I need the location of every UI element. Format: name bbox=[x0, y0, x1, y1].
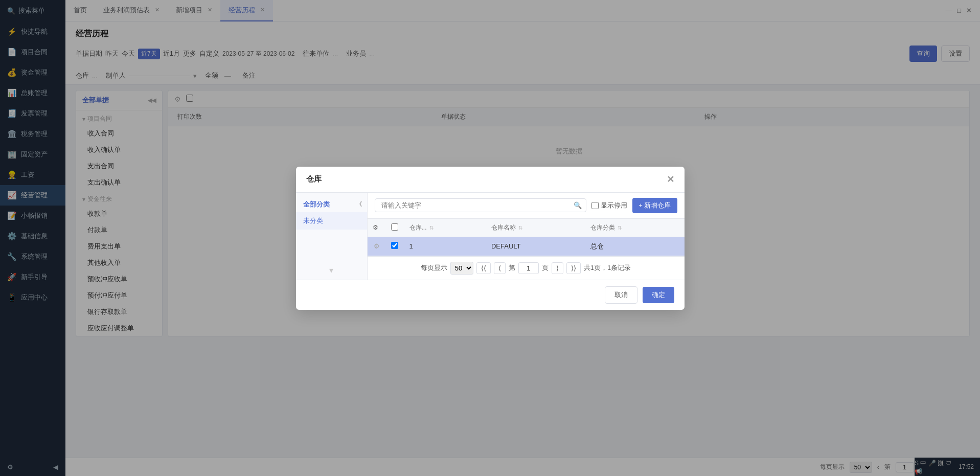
page-number-input[interactable] bbox=[518, 262, 539, 274]
next-page-btn[interactable]: ⟩ bbox=[552, 262, 563, 274]
th-check[interactable] bbox=[386, 219, 404, 237]
per-page-label: 每页显示 bbox=[421, 263, 447, 273]
row-checkbox-0[interactable] bbox=[386, 237, 404, 256]
page-suffix: 页 bbox=[542, 263, 549, 273]
warehouse-table: ⚙ 仓库... ⇅ 仓库名称 ⇅ bbox=[368, 219, 685, 256]
warehouse-table-head: ⚙ 仓库... ⇅ 仓库名称 ⇅ bbox=[368, 219, 685, 237]
uncategorized-label: 未分类 bbox=[303, 217, 323, 224]
last-page-btn[interactable]: ⟩⟩ bbox=[566, 262, 581, 274]
show-disabled-label[interactable]: 显示停用 bbox=[591, 201, 627, 210]
dialog-header: 仓库 ✕ bbox=[296, 167, 685, 193]
show-disabled-checkbox[interactable] bbox=[591, 202, 599, 209]
th-name[interactable]: 仓库名称 ⇅ bbox=[486, 219, 585, 237]
left-scroll-down[interactable]: ▾ bbox=[296, 265, 367, 276]
dialog-toolbar: 🔍 显示停用 + 新增仓库 bbox=[368, 193, 685, 219]
row-settings-0[interactable]: ⚙ bbox=[368, 237, 386, 256]
confirm-button[interactable]: 确定 bbox=[643, 287, 674, 303]
row-name-0: 总仓 bbox=[585, 237, 685, 256]
dialog-right-panel: 🔍 显示停用 + 新增仓库 ⚙ bbox=[368, 193, 685, 280]
warehouse-table-body: ⚙ 1 DEFAULT 总仓 bbox=[368, 237, 685, 256]
left-panel-item-uncategorized[interactable]: 未分类 bbox=[296, 212, 367, 230]
th-category[interactable]: 仓库分类 ⇅ bbox=[585, 219, 685, 237]
row-id-0: 1 bbox=[404, 237, 486, 256]
search-input-wrap: 🔍 bbox=[375, 198, 587, 212]
dialog-body: 全部分类 《 未分类 ▾ 🔍 bbox=[296, 193, 685, 280]
warehouse-search-input[interactable] bbox=[379, 199, 574, 212]
left-collapse-icon[interactable]: 《 bbox=[356, 200, 362, 208]
col-code-label: 仓库... bbox=[409, 224, 427, 231]
search-icon: 🔍 bbox=[574, 201, 582, 209]
dialog-close-button[interactable]: ✕ bbox=[667, 174, 674, 185]
left-panel-header: 全部分类 《 bbox=[296, 197, 367, 212]
col-category-label: 仓库分类 bbox=[590, 224, 615, 231]
dialog-pagination: 每页显示 50 ⟨⟨ ⟨ 第 页 ⟩ ⟩⟩ 共1页，1条记录 bbox=[368, 256, 685, 280]
left-panel-scroll: 未分类 bbox=[296, 212, 367, 265]
total-records: 共1页，1条记录 bbox=[584, 263, 631, 273]
col-name-label: 仓库名称 bbox=[491, 224, 516, 231]
th-code[interactable]: 仓库... ⇅ bbox=[404, 219, 486, 237]
th-checkbox[interactable] bbox=[391, 223, 398, 231]
left-all-label[interactable]: 全部分类 bbox=[303, 200, 330, 209]
per-page-select[interactable]: 50 bbox=[450, 262, 473, 275]
col-code-sort[interactable]: ⇅ bbox=[429, 225, 434, 231]
dialog-left-panel: 全部分类 《 未分类 ▾ bbox=[296, 193, 368, 280]
row-code-0: DEFAULT bbox=[486, 237, 585, 256]
prev-page-btn[interactable]: ⟨ bbox=[494, 262, 506, 274]
first-page-btn[interactable]: ⟨⟨ bbox=[476, 262, 491, 274]
show-disabled-text: 显示停用 bbox=[601, 201, 627, 210]
dialog-title: 仓库 bbox=[306, 174, 322, 184]
overlay: 仓库 ✕ 全部分类 《 未分类 ▾ bbox=[0, 0, 980, 476]
warehouse-table-row[interactable]: ⚙ 1 DEFAULT 总仓 bbox=[368, 237, 685, 256]
col-name-sort[interactable]: ⇅ bbox=[518, 225, 522, 231]
cancel-button[interactable]: 取消 bbox=[605, 286, 637, 304]
th-gear[interactable]: ⚙ bbox=[368, 219, 386, 237]
warehouse-dialog: 仓库 ✕ 全部分类 《 未分类 ▾ bbox=[296, 167, 685, 310]
dialog-table-wrap: ⚙ 仓库... ⇅ 仓库名称 ⇅ bbox=[368, 219, 685, 256]
col-category-sort[interactable]: ⇅ bbox=[618, 225, 622, 231]
add-warehouse-button[interactable]: + 新增仓库 bbox=[632, 198, 677, 213]
page-label: 第 bbox=[509, 263, 515, 273]
dialog-footer: 取消 确定 bbox=[296, 280, 685, 310]
